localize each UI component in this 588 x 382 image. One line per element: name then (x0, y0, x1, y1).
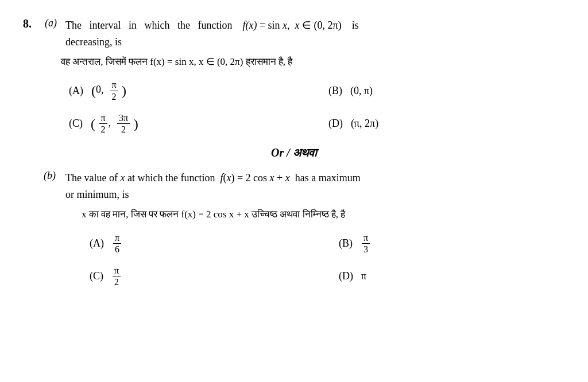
question-8: 8. (a) The interval in which the functio… (23, 17, 565, 287)
part-b-option-c-label: (C) (90, 270, 103, 282)
part-a-label: (a) (45, 17, 61, 29)
part-a-hindi: वह अन्तराल, जिसमें फलन f(x) = sin x, x ∈… (61, 54, 565, 71)
part-b-option-d-label: (D) (339, 270, 353, 282)
part-b-option-a-label: (A) (90, 237, 104, 250)
part-b-option-a-value: π 6 (112, 232, 122, 255)
part-b-option-d: (D) π (339, 265, 565, 287)
fraction-pi-2c: π 2 (113, 265, 121, 287)
part-b-option-c-value: π 2 (111, 265, 122, 287)
part-b-option-c: (C) π 2 (90, 265, 316, 287)
part-b-option-b: (B) π 3 (339, 232, 565, 255)
part-b-options: (A) π 6 (B) π 3 (90, 232, 565, 288)
option-b-value: (0, π) (350, 85, 373, 97)
part-b-option-d-value: π (361, 270, 366, 282)
option-d: (D) (π, 2π) (328, 112, 565, 135)
part-a-header: 8. (a) The interval in which the functio… (23, 17, 565, 50)
part-b-header: (b) The value of x at which the function… (44, 170, 565, 203)
part-b-hindi: x का वह मान, जिस पर फलन f(x) = 2 cos x +… (82, 206, 565, 223)
option-c-value: ( π 2 , 3π 2 ) (91, 112, 138, 135)
or-divider: Or / अथवा (23, 146, 565, 159)
part-b-label: (b) (44, 170, 60, 182)
option-c-label: (C) (69, 118, 83, 130)
fraction-3pi-2: 3π 2 (117, 112, 130, 135)
part-a-options: (A) (0, π 2 ) (B) (0, π) (C) ( π (69, 79, 565, 135)
fraction-pi-2b: π 2 (99, 112, 107, 135)
part-b-option-a: (A) π 6 (90, 232, 316, 255)
part-a-question-text: The interval in which the function f(x) … (65, 17, 565, 50)
option-b-label: (B) (328, 85, 342, 97)
fraction-pi-3: π 3 (362, 232, 370, 255)
part-b-block: (b) The value of x at which the function… (44, 170, 565, 287)
question-number: 8. (23, 17, 40, 30)
option-a: (A) (0, π 2 ) (69, 79, 305, 102)
fraction-pi-6: π 6 (113, 232, 121, 255)
part-a-function: f(x) (242, 20, 257, 31)
part-b-option-b-label: (B) (339, 237, 353, 250)
fraction-pi-2: π 2 (110, 79, 118, 102)
part-b-question-text: The value of x at which the function f(x… (65, 170, 565, 203)
option-b: (B) (0, π) (328, 79, 565, 102)
option-c: (C) ( π 2 , 3π 2 ) (69, 112, 305, 135)
part-b-option-b-value: π 3 (361, 232, 371, 255)
option-d-value: (π, 2π) (351, 118, 378, 130)
option-a-value: (0, π 2 ) (91, 79, 126, 102)
option-a-label: (A) (69, 85, 83, 97)
option-d-label: (D) (328, 118, 343, 130)
